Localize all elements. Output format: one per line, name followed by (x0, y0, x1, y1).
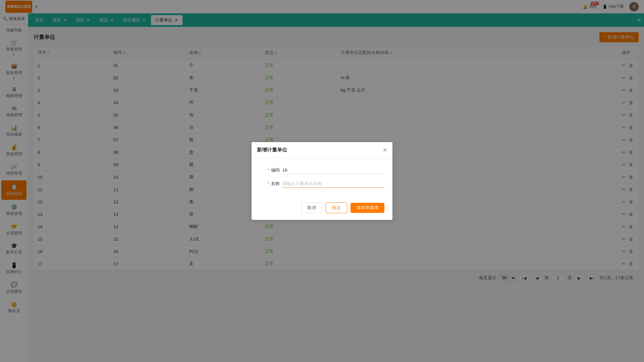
code-form-row: * 编码 (260, 166, 384, 174)
code-label: * 编码 (260, 167, 280, 173)
add-unit-modal: 新增计量单位 ✕ * 编码 * 名称 取消 保存 保存并新增 (252, 142, 392, 220)
code-input[interactable] (282, 166, 384, 174)
name-label: * 名称 (260, 181, 280, 187)
cancel-button[interactable]: 取消 (301, 202, 322, 213)
save-button[interactable]: 保存 (326, 202, 347, 213)
modal-close-btn[interactable]: ✕ (383, 147, 387, 153)
modal-header: 新增计量单位 ✕ (252, 142, 392, 158)
name-required-star: * (267, 181, 269, 186)
name-form-row: * 名称 (260, 180, 384, 188)
code-required-star: * (267, 168, 269, 173)
save-and-new-button[interactable]: 保存并新增 (351, 203, 384, 213)
modal-footer: 取消 保存 保存并新增 (252, 198, 392, 220)
modal-body: * 编码 * 名称 (252, 158, 392, 198)
name-input[interactable] (282, 180, 384, 188)
modal-overlay[interactable]: 新增计量单位 ✕ * 编码 * 名称 取消 保存 保存并新增 (0, 0, 644, 362)
modal-title: 新增计量单位 (257, 147, 287, 153)
